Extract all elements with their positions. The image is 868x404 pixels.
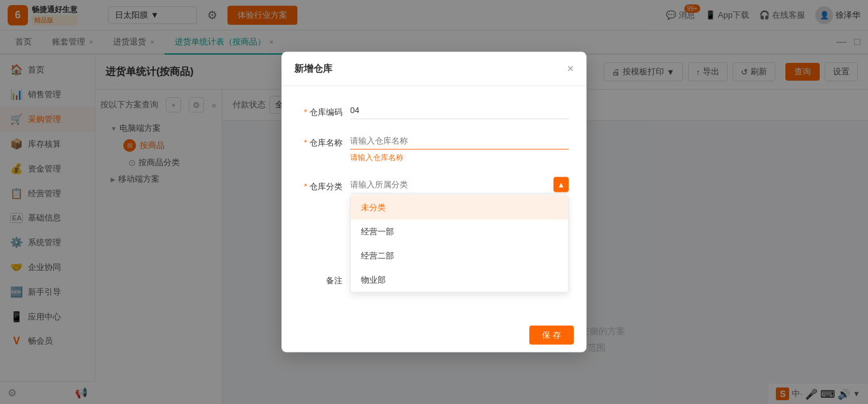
warehouse-category-row: * 仓库分类 ▲ 未分类 经营一部 经营二部 物业部 [299, 176, 569, 194]
modal-body: * 仓库编码 * 仓库名称 请输入仓库名称 * 仓库分类 [281, 86, 587, 318]
dropdown-item-dept1[interactable]: 经营一部 [351, 220, 568, 244]
modal-title: 新增仓库 [294, 63, 332, 75]
dropdown-item-dept2[interactable]: 经营二部 [351, 244, 568, 268]
new-warehouse-modal: 新增仓库 × * 仓库编码 * 仓库名称 请输入仓库名称 [281, 52, 587, 353]
notes-label: 备注 [299, 270, 350, 286]
warehouse-name-row: * 仓库名称 请输入仓库名称 [299, 132, 569, 163]
warehouse-name-label: * 仓库名称 [299, 132, 350, 149]
modal-header: 新增仓库 × [281, 52, 587, 86]
dropdown-item-dept3[interactable]: 物业部 [351, 268, 568, 292]
category-input[interactable] [350, 176, 553, 193]
modal-footer: 保 存 [281, 318, 587, 353]
warehouse-category-label: * 仓库分类 [299, 176, 350, 192]
warehouse-code-wrapper [350, 102, 569, 119]
warehouse-name-input[interactable] [350, 132, 569, 150]
warehouse-name-error: 请输入仓库名称 [350, 152, 569, 163]
dropdown-item-unclassified[interactable]: 未分类 [351, 196, 568, 220]
category-dropdown: 未分类 经营一部 经营二部 物业部 [350, 195, 569, 293]
category-chevron-up-icon[interactable]: ▲ [553, 177, 569, 192]
warehouse-code-input[interactable] [350, 102, 569, 119]
save-button[interactable]: 保 存 [529, 326, 574, 345]
warehouse-code-row: * 仓库编码 [299, 102, 569, 119]
warehouse-category-wrapper: ▲ 未分类 经营一部 经营二部 物业部 [350, 176, 569, 194]
modal-close-button[interactable]: × [567, 62, 574, 76]
warehouse-code-label: * 仓库编码 [299, 102, 350, 118]
warehouse-name-wrapper: 请输入仓库名称 [350, 132, 569, 163]
category-input-container: ▲ [350, 176, 569, 194]
